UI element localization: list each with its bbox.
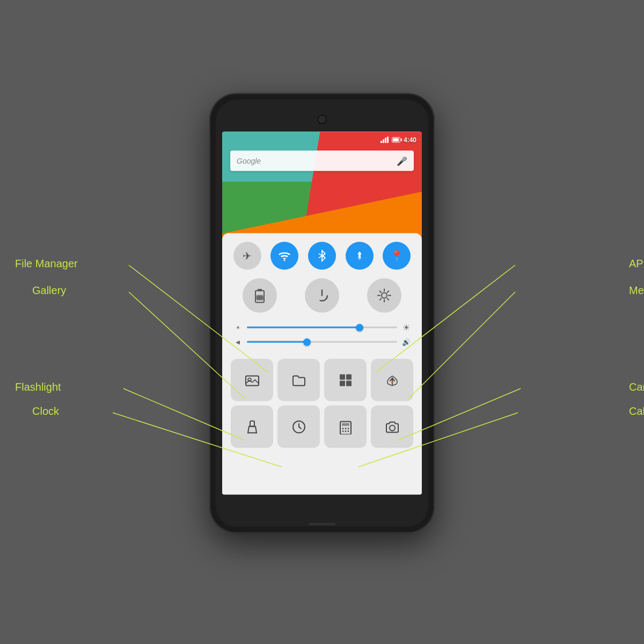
app-grid (229, 359, 415, 448)
wifi-toggle[interactable] (270, 242, 298, 270)
svg-rect-13 (346, 380, 352, 386)
status-icons: 4:40 (380, 136, 416, 144)
volume-thumb[interactable] (303, 338, 311, 346)
svg-point-23 (345, 430, 346, 432)
svg-point-0 (284, 260, 286, 261)
flashlight-app-tile[interactable] (231, 406, 273, 448)
battery-action-btn[interactable]: 49% (243, 279, 277, 313)
brightness-thumb[interactable] (356, 324, 363, 331)
svg-point-21 (347, 428, 349, 429)
memory-boost-app-tile[interactable] (371, 359, 413, 401)
phone-screen: 4:40 Google 🎤 ✈ (222, 132, 422, 495)
volume-min-icon: ◄ (233, 338, 243, 346)
svg-rect-15 (250, 421, 254, 426)
svg-point-25 (390, 425, 395, 430)
volume-slider-track[interactable] (247, 341, 397, 343)
sliders-section: ☀ ☀ ◄ (229, 320, 415, 354)
gallery-app-tile[interactable] (231, 359, 273, 401)
status-time: 4:40 (404, 136, 416, 144)
svg-point-7 (382, 293, 387, 298)
svg-point-14 (391, 381, 393, 383)
phone-inner: 4:40 Google 🎤 ✈ (216, 100, 428, 527)
calculator-app-tile[interactable] (324, 406, 367, 448)
power-action-btn[interactable] (305, 279, 339, 313)
svg-rect-8 (246, 376, 259, 385)
quick-settings-panel: ✈ (222, 233, 422, 495)
svg-rect-11 (346, 374, 352, 379)
scene: 4:40 Google 🎤 ✈ (0, 0, 644, 644)
data-toggle[interactable] (346, 242, 374, 270)
brightness-max-icon: ☀ (401, 323, 411, 333)
location-toggle[interactable]: 📍 (383, 242, 411, 270)
settings-action-btn[interactable] (367, 279, 401, 313)
brightness-slider-track[interactable] (247, 327, 397, 328)
svg-point-19 (342, 428, 343, 429)
toggle-row: ✈ (229, 242, 415, 270)
svg-rect-4 (257, 295, 263, 301)
svg-point-24 (347, 430, 349, 432)
volume-slider-row: ◄ 🔊 (233, 338, 411, 346)
mic-icon[interactable]: 🎤 (397, 156, 407, 166)
status-bar: 4:40 (222, 132, 422, 148)
clock-app-tile[interactable] (277, 406, 320, 448)
airplane-mode-toggle[interactable]: ✈ (233, 242, 261, 270)
svg-rect-10 (340, 374, 345, 379)
brightness-slider-row: ☀ ☀ (233, 323, 411, 333)
signal-icon (380, 137, 389, 143)
file-manager-app-tile[interactable] (277, 359, 320, 401)
svg-point-22 (342, 430, 343, 432)
action-row: 49% (229, 279, 415, 313)
svg-rect-2 (258, 289, 262, 291)
app-manager-app-tile[interactable] (324, 359, 367, 401)
brightness-fill (247, 327, 360, 328)
search-placeholder: Google (237, 157, 261, 165)
svg-point-20 (345, 428, 346, 429)
svg-rect-12 (340, 380, 345, 386)
search-bar[interactable]: Google 🎤 (230, 151, 414, 171)
volume-fill (247, 341, 307, 343)
phone-device: 4:40 Google 🎤 ✈ (209, 93, 435, 533)
home-button[interactable] (309, 523, 335, 525)
battery-icon (392, 137, 400, 143)
volume-max-icon: 🔊 (401, 338, 411, 346)
svg-rect-18 (342, 423, 349, 426)
front-camera (317, 115, 327, 125)
brightness-min-icon: ☀ (233, 325, 243, 331)
camera-app-tile[interactable] (371, 406, 413, 448)
bluetooth-toggle[interactable] (308, 242, 336, 270)
